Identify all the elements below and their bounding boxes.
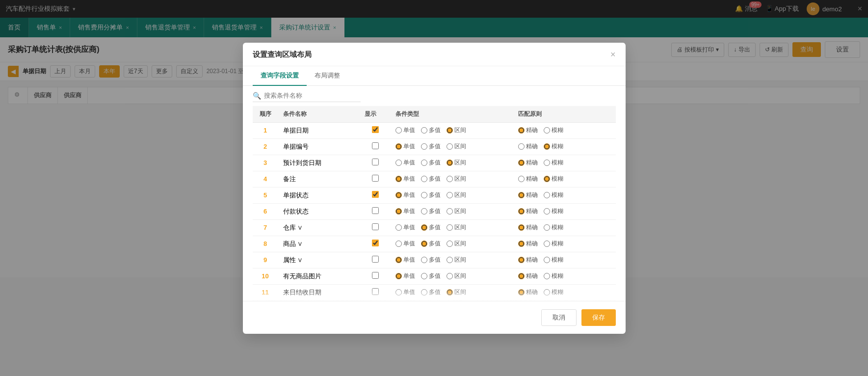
- type-radio-单值-6[interactable]: [395, 208, 402, 215]
- type-radio-多值-7[interactable]: [421, 224, 427, 231]
- match-radio-模糊-8[interactable]: [544, 241, 550, 247]
- match-option-模糊-5[interactable]: 模糊: [544, 191, 563, 199]
- match-radio-精确-7[interactable]: [518, 224, 525, 231]
- type-option-单值-6[interactable]: 单值: [395, 207, 415, 215]
- show-checkbox-4[interactable]: [372, 175, 379, 182]
- type-radio-单值-4[interactable]: [395, 176, 402, 182]
- match-option-模糊-6[interactable]: 模糊: [544, 207, 563, 215]
- type-radio-单值-1[interactable]: [395, 127, 402, 134]
- match-radio-模糊-6[interactable]: [544, 208, 550, 215]
- match-option-模糊-8[interactable]: 模糊: [544, 240, 563, 248]
- match-radio-模糊-5[interactable]: [544, 192, 550, 198]
- match-option-模糊-9[interactable]: 模糊: [544, 256, 563, 264]
- match-radio-精确-3[interactable]: [518, 160, 525, 166]
- type-option-区间-8[interactable]: 区间: [447, 240, 466, 248]
- type-option-多值-8[interactable]: 多值: [421, 240, 441, 248]
- type-radio-多值-8[interactable]: [421, 241, 427, 247]
- type-radio-区间-1[interactable]: [447, 127, 453, 134]
- type-radio-多值-5[interactable]: [421, 192, 427, 198]
- type-radio-区间-2[interactable]: [447, 143, 453, 150]
- match-radio-模糊-4[interactable]: [544, 176, 550, 182]
- type-option-多值-5[interactable]: 多值: [421, 191, 441, 199]
- match-option-模糊-2[interactable]: 模糊: [544, 142, 563, 151]
- type-option-单值-5[interactable]: 单值: [395, 191, 415, 199]
- type-radio-单值-10[interactable]: [395, 273, 402, 277]
- show-checkbox-7[interactable]: [372, 223, 379, 230]
- type-option-多值-7[interactable]: 多值: [421, 223, 441, 232]
- type-option-多值-10[interactable]: 多值: [421, 272, 441, 277]
- type-option-多值-1[interactable]: 多值: [421, 126, 441, 134]
- modal-tab-layout[interactable]: 布局调整: [307, 66, 348, 86]
- type-radio-多值-1[interactable]: [421, 127, 427, 134]
- type-radio-多值-9[interactable]: [421, 257, 427, 263]
- show-checkbox-6[interactable]: [372, 207, 379, 214]
- match-option-精确-2[interactable]: 精确: [518, 142, 538, 151]
- match-radio-精确-8[interactable]: [518, 241, 525, 247]
- show-checkbox-2[interactable]: [372, 142, 379, 149]
- show-checkbox-1[interactable]: [372, 126, 379, 133]
- match-option-精确-4[interactable]: 精确: [518, 175, 538, 183]
- condition-search-input[interactable]: [264, 92, 361, 99]
- type-radio-区间-8[interactable]: [447, 241, 453, 247]
- match-radio-模糊-7[interactable]: [544, 224, 550, 231]
- type-radio-单值-8[interactable]: [395, 241, 402, 247]
- match-radio-精确-6[interactable]: [518, 208, 525, 215]
- match-option-精确-8[interactable]: 精确: [518, 240, 538, 248]
- type-option-区间-9[interactable]: 区间: [447, 256, 466, 264]
- match-radio-模糊-1[interactable]: [544, 127, 550, 134]
- type-option-多值-6[interactable]: 多值: [421, 207, 441, 215]
- show-checkbox-10[interactable]: [372, 272, 379, 277]
- type-option-多值-2[interactable]: 多值: [421, 142, 441, 151]
- type-option-区间-5[interactable]: 区间: [447, 191, 466, 199]
- type-radio-区间-4[interactable]: [447, 176, 453, 182]
- type-radio-单值-5[interactable]: [395, 192, 402, 198]
- type-radio-单值-7[interactable]: [395, 224, 402, 231]
- type-radio-多值-4[interactable]: [421, 176, 427, 182]
- type-option-单值-8[interactable]: 单值: [395, 240, 415, 248]
- match-option-精确-10[interactable]: 精确: [518, 272, 538, 277]
- type-option-多值-3[interactable]: 多值: [421, 159, 441, 167]
- type-option-单值-9[interactable]: 单值: [395, 256, 415, 264]
- match-radio-精确-10[interactable]: [518, 273, 525, 277]
- type-option-单值-3[interactable]: 单值: [395, 159, 415, 167]
- type-option-单值-7[interactable]: 单值: [395, 223, 415, 232]
- match-radio-模糊-3[interactable]: [544, 160, 550, 166]
- match-option-精确-1[interactable]: 精确: [518, 126, 538, 134]
- type-radio-区间-9[interactable]: [447, 257, 453, 263]
- type-option-区间-1[interactable]: 区间: [447, 126, 466, 134]
- type-option-单值-2[interactable]: 单值: [395, 142, 415, 151]
- match-option-模糊-3[interactable]: 模糊: [544, 159, 563, 167]
- type-option-单值-1[interactable]: 单值: [395, 126, 415, 134]
- type-option-区间-4[interactable]: 区间: [447, 175, 466, 183]
- match-radio-模糊-10[interactable]: [544, 273, 550, 277]
- match-option-精确-3[interactable]: 精确: [518, 159, 538, 167]
- type-radio-多值-3[interactable]: [421, 160, 427, 166]
- type-option-区间-3[interactable]: 区间: [447, 159, 466, 167]
- match-radio-精确-4[interactable]: [518, 176, 525, 182]
- type-option-区间-2[interactable]: 区间: [447, 142, 466, 151]
- type-radio-单值-3[interactable]: [395, 160, 402, 166]
- type-radio-单值-2[interactable]: [395, 143, 402, 150]
- match-option-模糊-1[interactable]: 模糊: [544, 126, 563, 134]
- type-option-单值-4[interactable]: 单值: [395, 175, 415, 183]
- match-radio-精确-5[interactable]: [518, 192, 525, 198]
- match-option-精确-6[interactable]: 精确: [518, 207, 538, 215]
- match-radio-精确-1[interactable]: [518, 127, 525, 134]
- type-radio-多值-2[interactable]: [421, 143, 427, 150]
- type-radio-多值-6[interactable]: [421, 208, 427, 215]
- type-radio-区间-10[interactable]: [447, 273, 453, 277]
- type-option-多值-9[interactable]: 多值: [421, 256, 441, 264]
- match-option-模糊-4[interactable]: 模糊: [544, 175, 563, 183]
- match-radio-模糊-9[interactable]: [544, 257, 550, 263]
- type-option-区间-6[interactable]: 区间: [447, 207, 466, 215]
- type-option-多值-4[interactable]: 多值: [421, 175, 441, 183]
- match-radio-精确-9[interactable]: [518, 257, 525, 263]
- type-radio-单值-9[interactable]: [395, 257, 402, 263]
- type-option-单值-10[interactable]: 单值: [395, 272, 415, 277]
- type-option-区间-10[interactable]: 区间: [447, 272, 466, 277]
- show-checkbox-5[interactable]: [372, 191, 379, 198]
- match-option-精确-5[interactable]: 精确: [518, 191, 538, 199]
- match-option-精确-9[interactable]: 精确: [518, 256, 538, 264]
- type-radio-区间-7[interactable]: [447, 224, 453, 231]
- show-checkbox-9[interactable]: [372, 256, 379, 263]
